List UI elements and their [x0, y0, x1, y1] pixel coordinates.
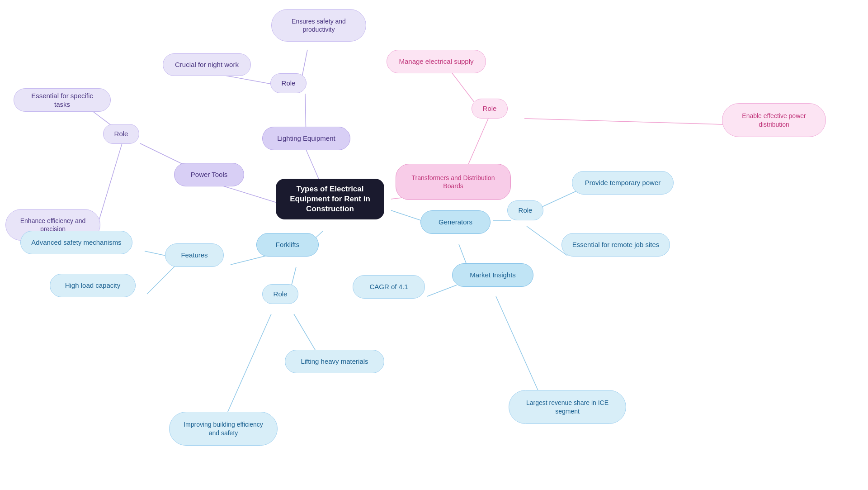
- svg-line-25: [147, 265, 176, 294]
- lighting-equipment-node: Lighting Equipment: [262, 127, 350, 150]
- features-node: Features: [165, 243, 224, 267]
- crucial-night-node: Crucial for night work: [163, 53, 251, 76]
- ensures-safety-node: Ensures safety and productivity: [271, 9, 366, 42]
- forklifts-node: Forklifts: [256, 233, 319, 257]
- enable-power-node: Enable effective power distribution: [722, 103, 826, 137]
- role-generators-node: Role: [507, 200, 543, 220]
- role-power-node: Role: [103, 124, 139, 144]
- high-load-node: High load capacity: [50, 274, 136, 297]
- cagr-node: CAGR of 4.1: [353, 275, 425, 299]
- manage-electrical-node: Manage electrical supply: [387, 50, 486, 73]
- advanced-safety-node: Advanced safety mechanisms: [20, 231, 132, 254]
- role-forklifts-node: Role: [262, 284, 298, 304]
- power-tools-node: Power Tools: [174, 163, 244, 186]
- svg-line-23: [231, 256, 267, 265]
- largest-revenue-node: Largest revenue share in ICE segment: [509, 390, 626, 424]
- svg-line-16: [527, 226, 567, 256]
- svg-line-19: [496, 296, 542, 400]
- svg-line-22: [224, 314, 271, 421]
- essential-remote-node: Essential for remote job sites: [561, 233, 670, 257]
- transformers-node: Transformers and Distribution Boards: [396, 164, 511, 200]
- role-lighting-node: Role: [270, 73, 307, 93]
- provide-temp-node: Provide temporary power: [572, 171, 674, 195]
- center-node: Types of Electrical Equipment for Rent i…: [276, 179, 384, 219]
- essential-tasks-node: Essential for specific tasks: [14, 88, 111, 112]
- svg-line-18: [427, 285, 457, 296]
- improving-building-node: Improving building efficiency and safety: [169, 412, 278, 446]
- svg-line-13: [524, 119, 723, 124]
- market-insights-node: Market Insights: [452, 263, 533, 287]
- lifting-node: Lifting heavy materials: [285, 350, 384, 373]
- generators-node: Generators: [420, 210, 491, 234]
- svg-line-10: [97, 143, 122, 226]
- role-transformers-node: Role: [472, 99, 508, 119]
